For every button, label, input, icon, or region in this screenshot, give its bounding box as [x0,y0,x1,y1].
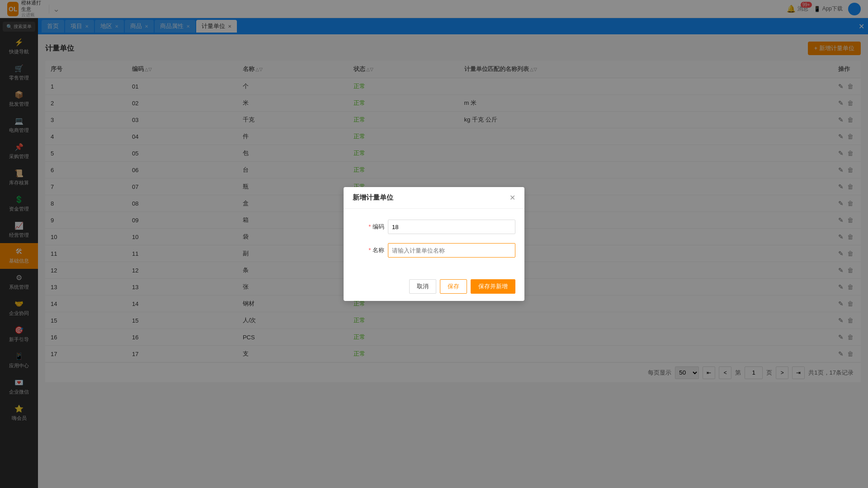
save-add-button[interactable]: 保存并新增 [471,279,515,294]
modal-header: 新增计量单位 ✕ [344,187,524,209]
name-label: 名称 [353,246,384,254]
code-label: 编码 [353,223,384,231]
modal-close-btn[interactable]: ✕ [509,193,515,202]
name-input[interactable] [388,243,515,258]
save-button[interactable]: 保存 [440,279,467,294]
modal-add-unit: 新增计量单位 ✕ 编码 名称 取消 保存 保存并新增 [344,187,524,301]
modal-footer: 取消 保存 保存并新增 [344,274,524,301]
form-row-name: 名称 [353,243,515,258]
form-row-code: 编码 [353,220,515,234]
cancel-button[interactable]: 取消 [409,279,436,294]
code-input[interactable] [388,220,515,234]
modal-overlay[interactable]: 新增计量单位 ✕ 编码 名称 取消 保存 保存并新增 [0,0,868,488]
modal-body: 编码 名称 [344,209,524,274]
modal-title: 新增计量单位 [353,193,393,202]
